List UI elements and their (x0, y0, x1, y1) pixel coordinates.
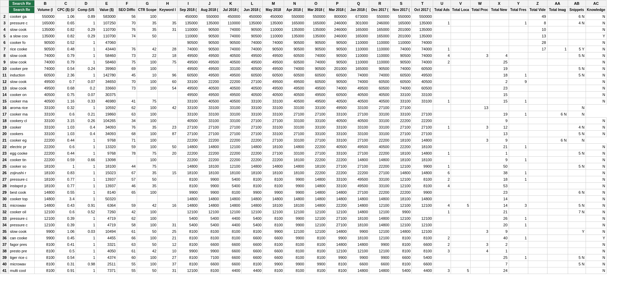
cell-8-21[interactable] (451, 65, 470, 72)
cell-5-23[interactable] (489, 46, 509, 52)
cell-33-8[interactable]: 8100 (178, 228, 199, 235)
cell-24-1[interactable]: 18100 (35, 170, 56, 176)
cell-1-28[interactable]: N (586, 20, 606, 26)
cell-36-2[interactable]: 0.5 (56, 248, 76, 254)
cell-3-8[interactable]: 110000 (178, 33, 199, 39)
cell-1-11[interactable]: 135000 (241, 20, 263, 26)
cell-5-11[interactable]: 74000 (241, 46, 263, 52)
cell-37-23[interactable]: 25 (489, 254, 509, 261)
cell-13-18[interactable]: 33100 (391, 98, 412, 105)
cell-23-23[interactable]: 50 (489, 163, 509, 170)
cell-32-15[interactable]: 27100 (327, 222, 348, 228)
cell-26-20[interactable]: 4 (433, 183, 451, 189)
cell-13-9[interactable]: 40500 (199, 98, 220, 105)
cell-29-3[interactable]: 0.91 (76, 202, 97, 209)
cell-2-27[interactable] (568, 26, 586, 33)
cell-10-27[interactable] (568, 79, 586, 85)
cell-6-19[interactable]: 74000 (412, 52, 433, 59)
cell-3-15[interactable]: 246000 (327, 33, 348, 39)
cell-6-10[interactable]: 40500 (220, 52, 241, 59)
cell-25-16[interactable]: 49500 (348, 176, 369, 183)
cell-19-25[interactable] (528, 137, 547, 144)
cell-23-2[interactable]: 1 (56, 163, 76, 170)
cell-3-21[interactable] (451, 33, 470, 39)
cell-37-22[interactable] (470, 254, 489, 261)
cell-35-1[interactable]: 8100 (35, 241, 56, 248)
cell-36-23[interactable]: 1 (489, 248, 509, 254)
cell-30-12[interactable]: 12100 (263, 209, 284, 215)
cell-22-13[interactable]: 18100 (284, 157, 305, 163)
table-row[interactable]: 19cooker331001.030.434093763523271002710… (0, 124, 607, 131)
cell-22-20[interactable] (433, 157, 451, 163)
col-header-S[interactable]: S (391, 0, 412, 7)
cell-3-20[interactable] (433, 33, 451, 39)
cell-30-25[interactable] (528, 209, 547, 215)
cell-20-17[interactable]: 40500 (369, 144, 391, 150)
cell-24-27[interactable] (568, 170, 586, 176)
cell-16-19[interactable]: 22200 (412, 118, 433, 124)
cell-25-11[interactable]: 8100 (241, 176, 263, 183)
cell-11-28[interactable]: N (586, 85, 606, 92)
cell-23-20[interactable]: 1 (433, 163, 451, 170)
cell-4-12[interactable]: 74000 (263, 39, 284, 46)
cell-9-12[interactable]: 60500 (263, 72, 284, 79)
cell-17-23[interactable]: 12 (489, 124, 509, 131)
cell-10-25[interactable] (528, 79, 547, 85)
cell-31-23[interactable]: 26 (489, 215, 509, 222)
cell-28-20[interactable] (433, 196, 451, 202)
cell-9-2[interactable]: 2.36 (56, 72, 76, 79)
cell-32-12[interactable]: 8100 (263, 222, 284, 228)
cell-19-20[interactable] (433, 137, 451, 144)
cell-35-11[interactable]: 6600 (241, 241, 263, 248)
cell-16-15[interactable]: 40500 (327, 118, 348, 124)
cell-1-17[interactable]: 246000 (369, 20, 391, 26)
cell-26-22[interactable] (470, 183, 489, 189)
cell-33-16[interactable]: 9900 (348, 228, 369, 235)
col-header-D[interactable]: D (76, 0, 97, 7)
cell-16-13[interactable]: 33100 (284, 118, 305, 124)
cell-2-12[interactable]: 110000 (263, 26, 284, 33)
cell-20-23[interactable]: 21 (489, 144, 509, 150)
cell-21-12[interactable]: 27100 (263, 150, 284, 157)
cell-10-0[interactable]: slow cook (9, 79, 35, 85)
cell-30-21[interactable] (451, 209, 470, 215)
cell-8-10[interactable]: 33100 (220, 65, 241, 72)
cell-6-18[interactable]: 90500 (391, 52, 412, 59)
cell-6-15[interactable]: 90500 (327, 52, 348, 59)
cell-21-21[interactable] (451, 150, 470, 157)
cell-7-23[interactable]: 25 (489, 59, 509, 65)
cell-22-6[interactable]: 100 (137, 157, 158, 163)
cell-22-22[interactable] (470, 157, 489, 163)
cell-28-15[interactable]: 14800 (327, 196, 348, 202)
table-row[interactable]: 18cookery cl331003.150.26104265341004050… (0, 118, 607, 124)
cell-39-2[interactable]: 0.91 (56, 267, 76, 274)
cell-12-12[interactable]: 40500 (263, 92, 284, 98)
cell-33-6[interactable]: 50 (137, 228, 158, 235)
cell-21-2[interactable]: 0.44 (56, 150, 76, 157)
cell-9-3[interactable]: 1 (76, 72, 97, 79)
cell-17-18[interactable]: 27100 (391, 124, 412, 131)
cell-13-8[interactable]: 33100 (178, 98, 199, 105)
cell-37-2[interactable]: 0.54 (56, 254, 76, 261)
cell-0-4[interactable]: 583000 (97, 13, 117, 20)
cell-5-7[interactable]: 28 (158, 46, 178, 52)
cell-34-8[interactable]: 8100 (178, 235, 199, 241)
cell-34-19[interactable]: 8100 (412, 235, 433, 241)
cell-33-11[interactable]: 8100 (241, 228, 263, 235)
cell-2-13[interactable]: 135000 (284, 26, 305, 33)
cell-13-15[interactable]: 40500 (327, 98, 348, 105)
cell-8-3[interactable]: 0.24 (76, 65, 97, 72)
cell-27-15[interactable]: 14800 (327, 189, 348, 196)
table-row[interactable]: 14cooker on405000.750.073037549500495004… (0, 92, 607, 98)
cell-7-14[interactable]: 74000 (305, 59, 327, 65)
cell-12-13[interactable]: 40500 (284, 92, 305, 98)
cell-22-14[interactable]: 22200 (305, 157, 327, 163)
table-row[interactable]: 38presto pre81000.5140506142109900990066… (0, 248, 607, 254)
cell-12-2[interactable]: 0.75 (56, 92, 76, 98)
cell-32-3[interactable]: 1 (76, 222, 97, 228)
table-row[interactable]: 12slow cook495000.70.0734650701006033100… (0, 79, 607, 85)
cell-11-22[interactable] (470, 85, 489, 92)
cell-36-9[interactable]: 9900 (199, 248, 220, 254)
cell-26-0[interactable]: instapot p (9, 183, 35, 189)
cell-36-15[interactable]: 12100 (327, 248, 348, 254)
